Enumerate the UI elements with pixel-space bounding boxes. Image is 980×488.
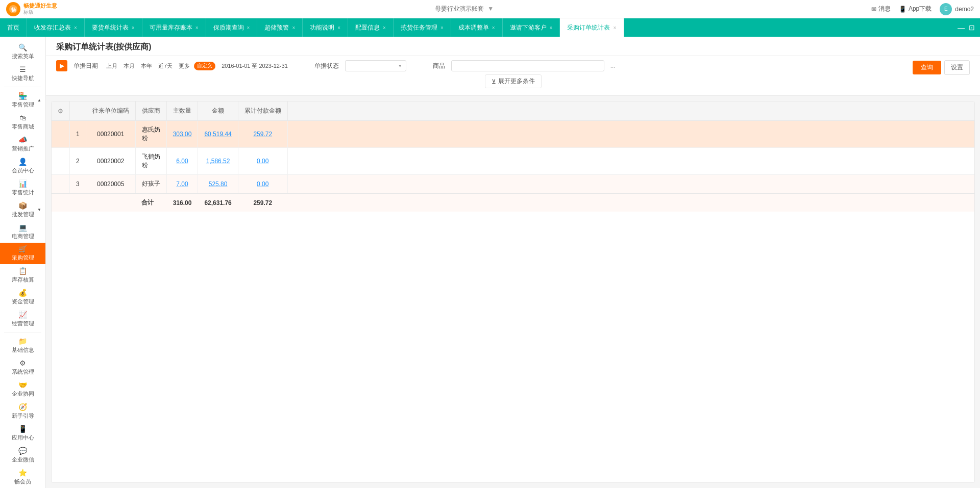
wholesale-icon: 📦: [18, 201, 27, 210]
apps-icon: 📱: [18, 425, 27, 433]
sidebar-item-guide[interactable]: 🧭 新手引导: [0, 400, 45, 422]
sidebar-item-ecommerce[interactable]: 💻 电商管理: [0, 221, 45, 243]
sidebar-item-marketing[interactable]: 📣 营销推广: [0, 133, 45, 155]
cell-amt-1[interactable]: 60,519.44: [198, 121, 238, 148]
status-select[interactable]: [345, 60, 406, 71]
close-tab-pohuo[interactable]: ×: [440, 25, 444, 31]
retailstat-icon: 📊: [18, 179, 27, 188]
tab-pohuo[interactable]: 拣货任务管理 ×: [394, 18, 451, 37]
close-tab-gongneng[interactable]: ×: [337, 25, 340, 31]
retailmall-icon: 🛍: [19, 114, 27, 122]
app-download-btn[interactable]: 📱 App下载: [899, 5, 932, 13]
tab-keyong[interactable]: 可用量库存账本 ×: [142, 18, 206, 37]
table-row[interactable]: 2 00020002 飞鹤奶粉 6.00 1,586.52 0.00: [52, 148, 974, 175]
more-filters-dots[interactable]: ...: [610, 62, 616, 69]
tab-shoufake[interactable]: 收发存汇总表 ×: [27, 18, 85, 37]
wholesale-arrow-icon: ▼: [37, 208, 41, 212]
close-tab-keyong[interactable]: ×: [195, 25, 199, 31]
marketing-icon: 📣: [18, 136, 27, 144]
shortcut-this-month[interactable]: 本月: [121, 62, 137, 70]
tab-gongneng[interactable]: 功能说明 ×: [303, 18, 348, 37]
minimize-btn[interactable]: —: [958, 23, 965, 32]
close-tab-shoufake[interactable]: ×: [74, 25, 77, 31]
tab-peizhi[interactable]: 配置信息 ×: [348, 18, 394, 37]
close-tab-chaochuyujing[interactable]: ×: [292, 25, 295, 31]
cell-check-3[interactable]: [52, 175, 70, 194]
sidebar-item-retailstat[interactable]: 📊 零售统计: [0, 177, 45, 199]
close-tab-baozhiqi[interactable]: ×: [247, 25, 250, 31]
shortcut-last-month[interactable]: 上月: [104, 62, 119, 70]
workspace-dropdown[interactable]: ▼: [487, 5, 494, 12]
cell-amt-3[interactable]: 525.80: [198, 175, 238, 194]
close-tab-yaohuo[interactable]: ×: [132, 25, 135, 31]
sidebar-item-operations[interactable]: 📈 经营管理: [0, 308, 45, 330]
cell-qty-2[interactable]: 6.00: [166, 148, 198, 175]
sidebar-item-purchase[interactable]: 🛒 采购管理: [0, 243, 45, 265]
filter-toggle-icon: ▶: [60, 62, 64, 69]
shortcut-more[interactable]: 更多: [177, 62, 192, 70]
data-table: ⚙ 往来单位编码 供应商 主数量 金额 累计付款金额 1: [52, 101, 974, 212]
shortcut-this-year[interactable]: 本年: [139, 62, 154, 70]
sidebar-item-search[interactable]: 🔍 搜索英单: [0, 41, 45, 63]
sidebar-item-enterprise[interactable]: 🤝 企业协同: [0, 378, 45, 400]
cell-seq-2: 2: [70, 148, 86, 175]
user-area[interactable]: E demo2: [940, 3, 974, 15]
sidebar-item-membership[interactable]: ⭐ 畅会员: [0, 466, 45, 488]
tab-baozhiqi[interactable]: 保质期查询 ×: [206, 18, 258, 37]
cell-check-1[interactable]: [52, 121, 70, 148]
sidebar-divider-1: [4, 87, 41, 87]
table-row[interactable]: 3 00020005 好孩子 7.00 525.80 0.00: [52, 175, 974, 194]
date-range-display: 2016-01-01 至 2023-12-31: [222, 62, 288, 70]
query-button[interactable]: 查询: [913, 61, 941, 74]
window-controls: — ⊡: [952, 23, 980, 32]
system-icon: ⚙: [19, 359, 26, 367]
purchase-icon: 🛒: [18, 245, 27, 253]
th-settings[interactable]: ⚙: [52, 101, 70, 121]
sidebar-item-quicknav[interactable]: ☰ 快捷导航: [0, 63, 45, 85]
cell-seq-1: 1: [70, 121, 86, 148]
message-btn[interactable]: ✉ 消息: [871, 5, 891, 13]
cell-paid-2[interactable]: 0.00: [238, 148, 287, 175]
tab-yaoqing[interactable]: 邀请下游客户 ×: [503, 18, 560, 37]
sidebar-item-system[interactable]: ⚙ 系统管理: [0, 356, 45, 378]
close-tab-caigou[interactable]: ×: [613, 25, 616, 31]
finance-icon: 💰: [18, 289, 27, 297]
filter-settings-button[interactable]: 设置: [944, 60, 970, 75]
sidebar-item-apps[interactable]: 📱 应用中心: [0, 422, 45, 444]
sidebar-item-wholesale[interactable]: 📦 批发管理 ▼: [0, 199, 45, 221]
sidebar-item-member[interactable]: 👤 会员中心: [0, 155, 45, 177]
sidebar-item-basic[interactable]: 📁 基础信息: [0, 335, 45, 356]
tab-caigou[interactable]: 采购订单统计表 ×: [560, 18, 624, 37]
table-row[interactable]: 1 00020001 惠氏奶粉 303.00 60,519.44 259.72: [52, 121, 974, 148]
main-layout: 🔍 搜索英单 ☰ 快捷导航 🏪 零售管理 ▲ 🛍 零售商城 📣 营销推广 👤 会…: [0, 37, 980, 488]
close-tab-yaoqing[interactable]: ×: [550, 25, 553, 31]
sidebar-item-retail[interactable]: 🏪 零售管理 ▲: [0, 89, 45, 111]
page-header: 采购订单统计表(按供应商) 🖨 按模板打印 ▼ ↑ 导出 ↺ 刷新: [46, 37, 980, 56]
tab-yaohuo[interactable]: 要货单统计表 ×: [85, 18, 142, 37]
cell-paid-1[interactable]: 259.72: [238, 121, 287, 148]
sidebar-item-finance[interactable]: 💰 资金管理: [0, 286, 45, 308]
shortcut-last7days[interactable]: 近7天: [156, 62, 175, 70]
sidebar-item-retailmall[interactable]: 🛍 零售商城: [0, 111, 45, 133]
goods-input[interactable]: [451, 60, 604, 71]
enterprise-icon: 🤝: [18, 381, 27, 389]
filter-toggle-btn[interactable]: ▶: [56, 60, 67, 71]
logo-area: 畅 畅捷通好生意 标版: [6, 2, 57, 16]
close-tab-peizhi[interactable]: ×: [383, 25, 386, 31]
tab-chengben[interactable]: 成本调整单 ×: [451, 18, 503, 37]
th-paid-amount: 累计付款金额: [238, 101, 287, 121]
sidebar-item-wechat[interactable]: 💬 企业微信: [0, 444, 45, 466]
app-icon: 📱: [899, 6, 906, 13]
tab-home[interactable]: 首页: [0, 18, 27, 37]
maximize-btn[interactable]: ⊡: [969, 23, 975, 32]
expand-more-button[interactable]: ⊻ 展开更多条件: [485, 74, 542, 88]
cell-paid-3[interactable]: 0.00: [238, 175, 287, 194]
close-tab-chengben[interactable]: ×: [492, 25, 495, 31]
sidebar-item-inventory[interactable]: 📋 库存核算: [0, 264, 45, 286]
tab-chaochuyujing[interactable]: 超储预警 ×: [257, 18, 303, 37]
column-settings-icon[interactable]: ⚙: [58, 108, 63, 115]
cell-amt-2[interactable]: 1,586.52: [198, 148, 238, 175]
cell-qty-3[interactable]: 7.00: [166, 175, 198, 194]
cell-check-2[interactable]: [52, 148, 70, 175]
cell-qty-1[interactable]: 303.00: [166, 121, 198, 148]
